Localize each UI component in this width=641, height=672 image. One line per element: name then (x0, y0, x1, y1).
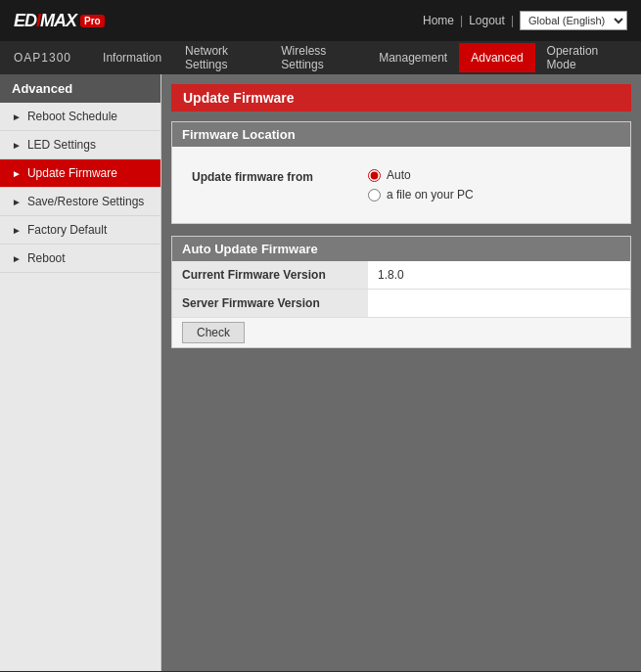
firmware-location-body: Update firmware from Auto a file on your… (172, 147, 630, 223)
firmware-location-section: Firmware Location Update firmware from A… (171, 121, 631, 224)
sidebar-item-label: LED Settings (27, 138, 96, 152)
firmware-location-header: Firmware Location (172, 122, 630, 147)
nav-information[interactable]: Information (91, 43, 173, 72)
header-links: Home | Logout | Global (English) (423, 11, 627, 30)
page-title: Update Firmware (171, 84, 631, 112)
sidebar-item-factory-default[interactable]: ► Factory Default (0, 216, 160, 245)
current-fw-value: 1.8.0 (368, 261, 630, 290)
radio-pc[interactable] (368, 189, 381, 202)
arrow-icon: ► (12, 140, 22, 151)
page-body: Advanced ► Reboot Schedule ► LED Setting… (0, 74, 641, 671)
device-name: OAP1300 (14, 51, 71, 65)
arrow-icon: ► (12, 253, 22, 264)
logo-badge: Pro (80, 15, 105, 27)
arrow-icon: ► (12, 225, 22, 236)
sidebar-item-label: Update Firmware (27, 166, 117, 180)
arrow-icon: ► (12, 168, 22, 179)
radio-pc-text: a file on your PC (387, 188, 474, 202)
sep1: | (460, 14, 463, 27)
table-row: Current Firmware Version 1.8.0 (172, 261, 630, 290)
logout-link[interactable]: Logout (469, 14, 505, 27)
current-fw-label: Current Firmware Version (172, 261, 368, 290)
sidebar-item-update-firmware[interactable]: ► Update Firmware (0, 159, 160, 188)
firmware-info-table: Current Firmware Version 1.8.0 Server Fi… (172, 261, 630, 318)
auto-update-section: Auto Update Firmware Current Firmware Ve… (171, 236, 631, 348)
nav-management[interactable]: Management (367, 43, 459, 72)
sep2: | (511, 14, 514, 27)
logo-text: EDIMAX (14, 11, 76, 31)
table-row: Server Firmware Version (172, 290, 630, 318)
sidebar-item-reboot-schedule[interactable]: ► Reboot Schedule (0, 103, 160, 131)
firmware-location-label: Update firmware from (192, 168, 368, 184)
sidebar-item-reboot[interactable]: ► Reboot (0, 245, 160, 273)
radio-auto[interactable] (368, 169, 381, 182)
language-select[interactable]: Global (English) (520, 11, 627, 30)
sidebar-header: Advanced (0, 74, 160, 103)
auto-update-body: Current Firmware Version 1.8.0 Server Fi… (172, 261, 630, 347)
sidebar-item-label: Reboot Schedule (27, 110, 117, 123)
main-content: Update Firmware Firmware Location Update… (161, 74, 641, 671)
sidebar-item-label: Factory Default (27, 223, 107, 237)
nav-network-settings[interactable]: Network Settings (173, 36, 269, 79)
auto-update-header: Auto Update Firmware (172, 237, 630, 261)
arrow-icon: ► (12, 112, 22, 122)
sidebar-item-save-restore[interactable]: ► Save/Restore Settings (0, 188, 160, 216)
radio-auto-label[interactable]: Auto (368, 168, 474, 182)
radio-auto-text: Auto (387, 168, 411, 182)
server-fw-value (368, 290, 630, 318)
server-fw-label: Server Firmware Version (172, 290, 368, 318)
radio-pc-label[interactable]: a file on your PC (368, 188, 474, 202)
arrow-icon: ► (12, 197, 22, 207)
firmware-options: Auto a file on your PC (368, 168, 474, 202)
sidebar: Advanced ► Reboot Schedule ► LED Setting… (0, 74, 161, 671)
nav-advanced[interactable]: Advanced (459, 43, 534, 72)
nav-operation-mode[interactable]: Operation Mode (535, 36, 627, 79)
header: EDIMAX Pro Home | Logout | Global (Engli… (0, 0, 641, 41)
sidebar-item-label: Save/Restore Settings (27, 195, 144, 208)
check-button[interactable]: Check (182, 322, 245, 343)
sidebar-item-led-settings[interactable]: ► LED Settings (0, 131, 160, 159)
navbar: OAP1300 Information Network Settings Wir… (0, 41, 641, 74)
nav-wireless-settings[interactable]: Wireless Settings (269, 36, 367, 79)
firmware-location-row: Update firmware from Auto a file on your… (182, 160, 620, 209)
home-link[interactable]: Home (423, 14, 454, 27)
sidebar-item-label: Reboot (27, 251, 66, 265)
logo: EDIMAX Pro (14, 11, 105, 31)
